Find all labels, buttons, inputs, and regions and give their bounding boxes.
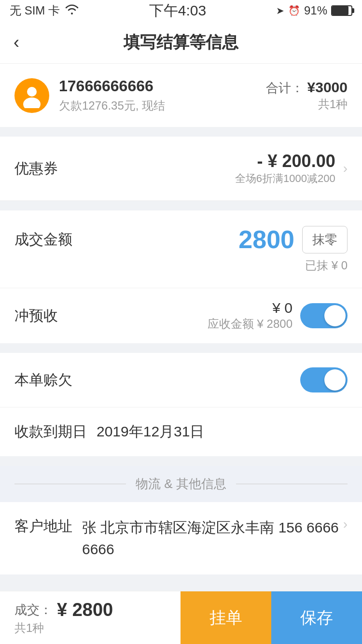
avatar	[14, 78, 49, 113]
logistics-line-left	[14, 484, 126, 484]
toggle-knob	[324, 305, 346, 326]
customer-info: 17666666666 欠款1276.35元, 现结	[59, 77, 165, 113]
svg-point-0	[27, 87, 37, 97]
coupon-right: - ¥ 200.00 全场6折满1000减200 ›	[235, 151, 348, 186]
wifi-icon	[65, 4, 79, 17]
total-value: ¥3000	[307, 79, 348, 95]
transaction-label: 成交金额	[14, 230, 72, 250]
writeoff-toggle-knob	[324, 369, 346, 391]
duedate-section: 收款到期日 2019年12月31日	[0, 407, 362, 456]
coupon-amount: - ¥ 200.00	[235, 151, 335, 171]
prepay-receivable: 应收金额 ¥ 2800	[208, 316, 292, 332]
save-label: 保存	[300, 607, 333, 629]
footer: 成交： ¥ 2800 共1种 挂单 保存	[0, 591, 362, 644]
duedate-value: 2019年12月31日	[97, 422, 204, 442]
footer-summary-value: ¥ 2800	[57, 600, 113, 620]
writeoff-section: 本单赊欠	[0, 353, 362, 407]
svg-point-1	[23, 98, 41, 108]
total-label: 合计：	[266, 81, 304, 95]
logistics-label: 物流 & 其他信息	[126, 476, 236, 492]
customer-total: 合计： ¥3000 共1种	[266, 79, 348, 112]
page-header: ‹ 填写结算等信息	[0, 21, 362, 64]
hold-order-label: 挂单	[209, 607, 242, 629]
prepay-label: 冲预收	[14, 306, 58, 326]
logistics-line-right	[236, 484, 348, 484]
prepay-right: ¥ 0 应收金额 ¥ 2800	[208, 300, 348, 332]
save-button[interactable]: 保存	[271, 591, 362, 644]
status-left: 无 SIM 卡	[10, 3, 79, 18]
transaction-value: 2800	[238, 225, 294, 254]
coupon-desc: 全场6折满1000减200	[235, 171, 335, 186]
footer-summary-count: 共1种	[14, 620, 166, 636]
divider-1	[0, 127, 362, 137]
total-count: 共1种	[266, 97, 348, 112]
coupon-label: 优惠券	[14, 159, 58, 179]
footer-summary: 成交： ¥ 2800 共1种	[0, 591, 181, 644]
page-title: 填写结算等信息	[124, 31, 238, 54]
status-time: 下午4:03	[149, 1, 206, 21]
customer-left: 17666666666 欠款1276.35元, 现结	[14, 77, 165, 113]
transaction-sub: 已抹 ¥ 0	[14, 258, 348, 273]
writeoff-label: 本单赊欠	[14, 370, 72, 390]
hold-order-button[interactable]: 挂单	[181, 591, 271, 644]
address-label: 客户地址	[14, 517, 72, 536]
footer-summary-top: 成交： ¥ 2800	[14, 600, 166, 620]
prepay-toggle[interactable]	[300, 303, 348, 328]
alarm-icon: ⏰	[288, 5, 300, 16]
prepay-row: 冲预收 ¥ 0 应收金额 ¥ 2800	[0, 288, 362, 343]
coupon-row[interactable]: 优惠券 - ¥ 200.00 全场6折满1000减200 ›	[0, 137, 362, 201]
customer-phone: 17666666666	[59, 77, 165, 95]
battery-icon	[331, 5, 352, 16]
transaction-right: 2800 抹零	[238, 225, 348, 254]
location-icon: ➤	[276, 5, 284, 16]
customer-card: 17666666666 欠款1276.35元, 现结 合计： ¥3000 共1种	[0, 64, 362, 127]
divider-2	[0, 201, 362, 210]
total-label-value: 合计： ¥3000	[266, 79, 348, 97]
address-chevron-icon: ›	[343, 517, 348, 532]
address-value: 张 北京市市辖区海淀区永丰南 156 6666 6666	[82, 517, 343, 560]
sim-status: 无 SIM 卡	[10, 3, 60, 18]
back-button[interactable]: ‹	[14, 32, 19, 53]
status-right: ➤ ⏰ 91%	[276, 4, 352, 17]
prepay-amount: ¥ 0	[208, 300, 292, 316]
coupon-chevron-icon: ›	[343, 161, 348, 176]
customer-debt: 欠款1276.35元, 现结	[59, 98, 165, 113]
duedate-content: 收款到期日 2019年12月31日	[14, 422, 348, 442]
divider-4	[0, 456, 362, 466]
status-bar: 无 SIM 卡 下午4:03 ➤ ⏰ 91%	[0, 0, 362, 21]
writeoff-toggle[interactable]	[300, 367, 348, 392]
duedate-label: 收款到期日	[14, 422, 87, 442]
logistics-header: 物流 & 其他信息	[0, 466, 362, 502]
main-content: 17666666666 欠款1276.35元, 现结 合计： ¥3000 共1种…	[0, 64, 362, 632]
prepay-amounts: ¥ 0 应收金额 ¥ 2800	[208, 300, 292, 332]
round-down-button[interactable]: 抹零	[302, 226, 348, 253]
footer-summary-label: 成交：	[14, 602, 52, 618]
transaction-section: 成交金额 2800 抹零 已抹 ¥ 0	[0, 210, 362, 288]
transaction-row: 成交金额 2800 抹零	[14, 225, 348, 254]
address-row[interactable]: 客户地址 张 北京市市辖区海淀区永丰南 156 6666 6666 ›	[0, 502, 362, 574]
divider-3	[0, 343, 362, 353]
battery-percent: 91%	[304, 4, 327, 17]
